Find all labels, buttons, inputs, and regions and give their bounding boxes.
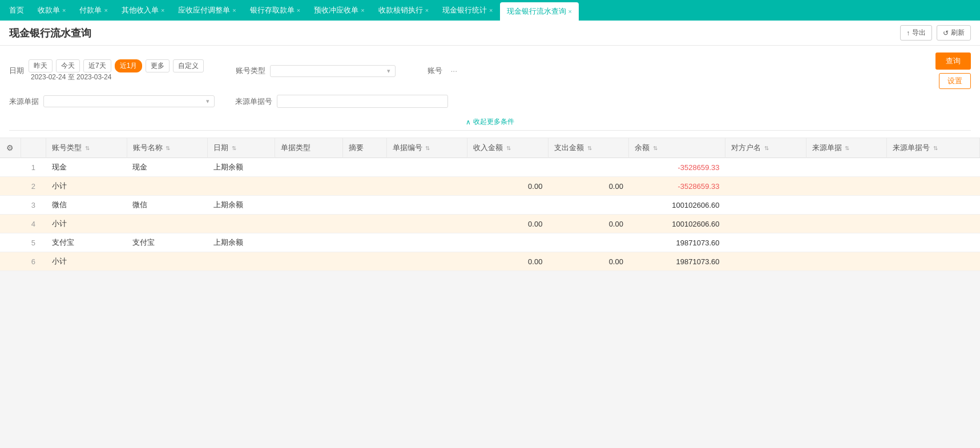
td-summary — [343, 158, 387, 177]
nav-bank-deposit-close[interactable]: × — [297, 7, 300, 14]
date-options-col: 昨天 今天 近7天 近1月 更多 自定义 2023-02-24 至 2023-0… — [29, 59, 204, 82]
th-gear: ⚙ — [0, 138, 21, 158]
td-doc-no — [386, 196, 467, 215]
td-income: 0.00 — [467, 252, 549, 271]
td-source-doc — [806, 177, 887, 196]
td-date — [208, 177, 275, 196]
right-actions: 查询 设置 — [935, 53, 971, 89]
nav-payment-close[interactable]: × — [104, 7, 107, 14]
th-source-doc-no: 来源单据号 ⇅ — [887, 138, 980, 158]
th-balance: 余额 ⇅ — [629, 138, 725, 158]
sort-date-icon[interactable]: ⇅ — [232, 145, 236, 151]
date-btn-today[interactable]: 今天 — [56, 59, 80, 72]
nav-ar-ap-adj[interactable]: 应收应付调整单 × — [171, 0, 243, 21]
source-doc-num-input[interactable] — [277, 95, 448, 108]
collapse-bar[interactable]: ∧ 收起更多条件 — [9, 114, 971, 131]
nav-cash-bank-stats-close[interactable]: × — [489, 7, 493, 14]
table-row: 4小计0.000.00100102606.60 — [0, 215, 980, 233]
td-account-name: 现金 — [127, 158, 208, 177]
nav-receipt[interactable]: 收款单 × — [31, 0, 72, 21]
nav-cash-bank-flow[interactable]: 现金银行流水查询 × — [500, 2, 579, 21]
refresh-icon: ↺ — [943, 29, 949, 37]
nav-cash-bank-stats[interactable]: 现金银行统计 × — [435, 0, 499, 21]
source-doc-select[interactable]: ▾ — [43, 95, 215, 107]
table-row: 6小计0.000.0019871073.60 — [0, 252, 980, 271]
sort-counterparty-icon[interactable]: ⇅ — [764, 145, 769, 151]
filter-area: 日期 昨天 今天 近7天 近1月 更多 自定义 2023-02-24 至 202… — [0, 46, 980, 138]
header-actions: ↑ 导出 ↺ 刷新 — [900, 25, 971, 41]
sort-account-name-icon[interactable]: ⇅ — [166, 145, 170, 151]
td-source-doc-no — [887, 177, 980, 196]
date-btn-yesterday[interactable]: 昨天 — [29, 59, 53, 72]
td-balance: -3528659.33 — [629, 177, 725, 196]
export-button[interactable]: ↑ 导出 — [900, 25, 932, 41]
nav-receipt-verify-close[interactable]: × — [425, 7, 429, 14]
td-source-doc — [806, 196, 887, 215]
td-account-type: 小计 — [46, 215, 127, 233]
td-account-name — [127, 215, 208, 233]
td-gear — [0, 215, 21, 233]
nav-prepaid-offset[interactable]: 预收冲应收单 × — [307, 0, 371, 21]
query-button[interactable]: 查询 — [935, 53, 971, 70]
td-expense: 0.00 — [548, 177, 629, 196]
td-income: 0.00 — [467, 215, 549, 233]
td-balance: 19871073.60 — [629, 233, 725, 252]
table-row: 3微信微信上期余额100102606.60 — [0, 196, 980, 215]
td-account-type: 支付宝 — [46, 233, 127, 252]
td-no: 3 — [21, 196, 46, 215]
nav-receipt-close[interactable]: × — [62, 7, 66, 14]
sort-expense-icon[interactable]: ⇅ — [587, 145, 592, 151]
td-account-type: 现金 — [46, 158, 127, 177]
sort-account-type-icon[interactable]: ⇅ — [85, 145, 90, 151]
td-no: 2 — [21, 177, 46, 196]
settings-button[interactable]: 设置 — [939, 73, 971, 89]
nav-ar-ap-adj-close[interactable]: × — [232, 7, 236, 14]
sort-doc-no-icon[interactable]: ⇅ — [425, 145, 430, 151]
td-date: 上期余额 — [208, 196, 275, 215]
th-account-name: 账号名称 ⇅ — [127, 138, 208, 158]
td-source-doc-no — [887, 215, 980, 233]
sort-income-icon[interactable]: ⇅ — [506, 145, 511, 151]
refresh-button[interactable]: ↺ 刷新 — [937, 25, 971, 41]
sort-source-doc-no-icon[interactable]: ⇅ — [933, 145, 938, 151]
gear-icon[interactable]: ⚙ — [6, 143, 14, 152]
td-expense — [548, 196, 629, 215]
td-balance: 19871073.60 — [629, 252, 725, 271]
td-balance: 100102606.60 — [629, 215, 725, 233]
td-date: 上期余额 — [208, 233, 275, 252]
nav-prepaid-offset-close[interactable]: × — [361, 7, 364, 14]
td-no: 6 — [21, 252, 46, 271]
td-counterparty — [725, 196, 806, 215]
td-summary — [343, 196, 387, 215]
nav-cash-bank-flow-close[interactable]: × — [568, 8, 572, 15]
td-gear — [0, 233, 21, 252]
account-more-icon[interactable]: ··· — [447, 65, 461, 76]
td-source-doc-no — [887, 252, 980, 271]
th-source-doc: 来源单据 ⇅ — [806, 138, 887, 158]
source-doc-arrow-icon: ▾ — [206, 98, 209, 105]
td-doc-type — [275, 196, 342, 215]
date-btn-7days[interactable]: 近7天 — [83, 59, 111, 72]
date-btn-1month[interactable]: 近1月 — [115, 59, 143, 72]
nav-bank-deposit[interactable]: 银行存取款单 × — [243, 0, 307, 21]
th-doc-no: 单据编号 ⇅ — [386, 138, 467, 158]
sort-balance-icon[interactable]: ⇅ — [653, 145, 658, 151]
td-counterparty — [725, 252, 806, 271]
td-doc-no — [386, 215, 467, 233]
td-account-name: 支付宝 — [127, 233, 208, 252]
nav-payment[interactable]: 付款单 × — [72, 0, 114, 21]
nav-receipt-verify[interactable]: 收款核销执行 × — [372, 0, 435, 21]
th-doc-type: 单据类型 — [275, 138, 342, 158]
td-summary — [343, 252, 387, 271]
account-type-select[interactable]: ▾ — [270, 65, 396, 77]
date-btn-more[interactable]: 更多 — [146, 59, 170, 72]
nav-other-income[interactable]: 其他收入单 × — [115, 0, 171, 21]
sort-source-doc-icon[interactable]: ⇅ — [845, 145, 849, 151]
td-account-type: 微信 — [46, 196, 127, 215]
data-table-container: ⚙ 账号类型 ⇅ 账号名称 ⇅ 日期 ⇅ 单据类型 摘要 单据编号 — [0, 138, 980, 271]
nav-home[interactable]: 首页 — [2, 0, 31, 21]
date-btn-custom[interactable]: 自定义 — [173, 59, 204, 72]
td-date — [208, 252, 275, 271]
date-range-display: 2023-02-24 至 2023-03-24 — [31, 72, 204, 82]
nav-other-income-close[interactable]: × — [161, 7, 164, 14]
